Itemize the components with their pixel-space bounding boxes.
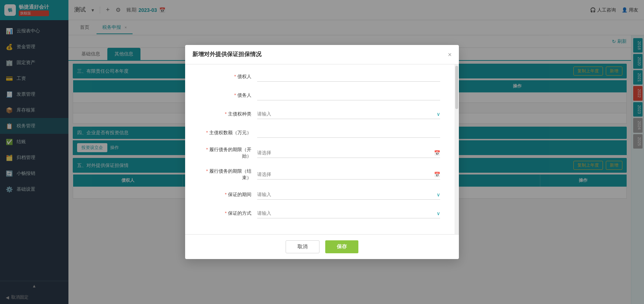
form-group-debt-amount: * 主债权数额（万元） [200,128,440,138]
form-group-creditor: * 债权人 [200,72,440,82]
period-start-input[interactable] [257,148,434,158]
guarantee-method-input[interactable] [257,208,437,218]
form-group-debt-type: * 主债权种类 ∨ [200,109,440,119]
modal-scrollable: * 债权人 * 债务人 * 主债权种 [185,64,455,234]
period-end-calendar-icon[interactable]: 📅 [434,172,440,177]
modal-header: 新增对外提供保证担保情况 × [185,45,459,64]
debt-type-input[interactable] [257,109,437,119]
form-label-debt-amount: * 主债权数额（万元） [200,130,257,136]
form-group-guarantee-period: * 保证的期间 ∨ [200,190,440,200]
guarantee-period-input[interactable] [257,190,437,199]
debtor-input[interactable] [257,90,440,100]
modal-scroll-thumb [455,66,458,109]
save-button[interactable]: 保存 [325,240,358,253]
form-group-debtor: * 债务人 [200,90,440,100]
form-group-guarantee-method: * 保证的方式 ∨ [200,208,440,218]
debt-amount-input[interactable] [257,128,440,138]
period-end-picker[interactable]: 📅 [257,169,440,180]
form-label-debtor: * 债务人 [200,92,257,99]
guarantee-period-chevron-icon: ∨ [437,192,440,198]
modal-dialog: 新增对外提供保证担保情况 × * 债权人 * 债务人 [185,45,459,259]
debt-type-chevron-icon: ∨ [437,111,440,117]
guarantee-period-select[interactable]: ∨ [257,190,440,200]
cancel-button[interactable]: 取消 [286,240,319,253]
debt-type-select[interactable]: ∨ [257,109,440,119]
form-group-period-end: * 履行债务的期限（结束） 📅 [200,168,440,181]
guarantee-method-select[interactable]: ∨ [257,208,440,218]
modal-close-button[interactable]: × [448,51,452,58]
modal-footer: 取消 保存 [185,234,459,259]
form-label-creditor: * 债权人 [200,73,257,80]
form-label-guarantee-period: * 保证的期间 [200,191,257,198]
form-group-period-start: * 履行债务的期限（开始） 📅 [200,146,440,159]
form-label-period-end: * 履行债务的期限（结束） [200,168,257,181]
period-end-input[interactable] [257,169,434,179]
form-label-guarantee-method: * 保证的方式 [200,210,257,217]
modal-title: 新增对外提供保证担保情况 [192,51,261,58]
period-start-calendar-icon[interactable]: 📅 [434,150,440,156]
modal-overlay: 新增对外提供保证担保情况 × * 债权人 * 债务人 [0,0,644,304]
guarantee-method-chevron-icon: ∨ [437,210,440,216]
creditor-input[interactable] [257,72,440,82]
modal-scrollbar[interactable] [455,64,459,234]
period-start-picker[interactable]: 📅 [257,148,440,158]
form-label-period-start: * 履行债务的期限（开始） [200,146,257,159]
form-label-debt-type: * 主债权种类 [200,111,257,117]
modal-body: * 债权人 * 债务人 * 主债权种 [185,64,459,234]
